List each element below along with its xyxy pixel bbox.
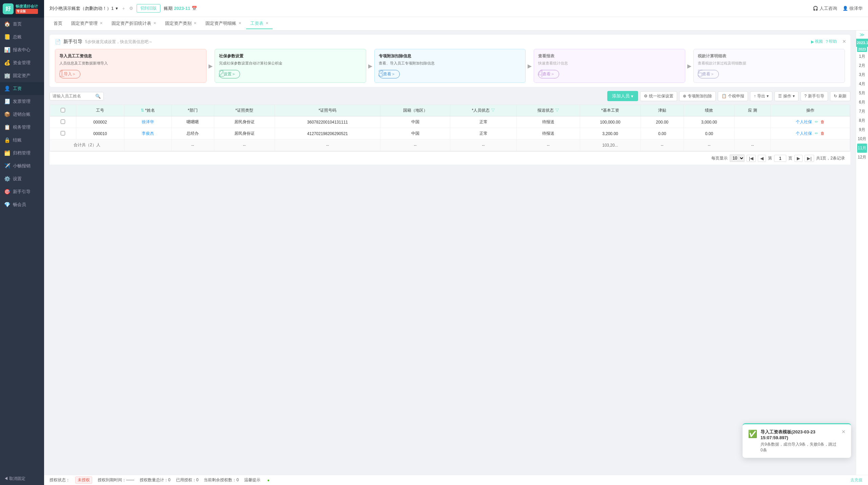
topbar-settings-icon[interactable]: ⚙ — [129, 6, 133, 11]
sidebar-label-payroll: 工资 — [13, 86, 22, 92]
step-num-1: 1 — [59, 67, 65, 80]
special-deduction-button[interactable]: ⊕ 专项附加扣除 — [679, 91, 716, 101]
first-page-button[interactable]: |◀ — [747, 155, 756, 162]
sidebar-item-invoices[interactable]: 🧾 发票管理 — [0, 95, 44, 108]
recharge-link[interactable]: 去充值 — [850, 477, 863, 483]
calendar-month-7[interactable]: 7月 — [857, 107, 867, 116]
help-icon: ? — [826, 39, 828, 44]
tab-depreciation[interactable]: 固定资产折旧统计表✕ — [107, 18, 160, 29]
emp-name-link-1[interactable]: 李俊杰 — [142, 131, 154, 136]
tab-category[interactable]: 固定资产类别✕ — [161, 18, 201, 29]
sidebar-item-archive[interactable]: 🗂️ 归档管理 — [0, 147, 44, 160]
sidebar-item-reports[interactable]: 📊 报表中心 — [0, 43, 44, 56]
sidebar-item-closing[interactable]: 🔒 结账 — [0, 134, 44, 147]
export-button[interactable]: ↑ 导出 ▾ — [750, 91, 772, 101]
tab-home[interactable]: 首页 — [50, 18, 66, 29]
social-insurance-button[interactable]: ⚙ 统一社保设置 — [640, 91, 677, 101]
next-page-button[interactable]: ▶ — [794, 155, 803, 162]
sidebar-item-home[interactable]: 🏠 首页 — [0, 18, 44, 31]
action-delete-0[interactable]: 🗑 — [821, 119, 825, 124]
wizard-title: 📄 新手引导 5步快速完成设置，快去完善信息吧～ — [55, 39, 845, 45]
period-label: 账期 — [164, 5, 173, 12]
sidebar-item-payroll[interactable]: 👤 工资 — [0, 82, 44, 95]
topbar-add-icon[interactable]: ＋ — [121, 5, 126, 12]
sidebar-item-wizard[interactable]: 🎯 新手引导 — [0, 185, 44, 198]
toolbar-right: 添加人员 ▾ ⚙ 统一社保设置 ⊕ 专项附加扣除 📋 个税申报 — [607, 91, 850, 101]
toast-close-button[interactable]: ✕ — [842, 429, 846, 434]
sidebar-item-assets[interactable]: 🏢 固定资产 — [0, 69, 44, 82]
sidebar-item-member[interactable]: 💎 畅会员 — [0, 198, 44, 211]
tab-label-depreciation: 固定资产折旧统计表 — [112, 20, 151, 26]
filter-icon[interactable]: ▽ — [555, 108, 559, 113]
video-help[interactable]: ▶ 视频 — [811, 39, 823, 44]
calendar-month-12[interactable]: 12月 — [857, 153, 867, 162]
warning-label: 温馨提示 — [244, 477, 260, 483]
calendar-month-9[interactable]: 9月 — [857, 125, 867, 134]
page-size-select[interactable]: 10 20 50 — [730, 154, 745, 162]
search-input[interactable] — [53, 94, 94, 98]
col-header-name: ⇅ *姓名 — [124, 105, 171, 116]
current-page-input[interactable]: 1 — [774, 155, 786, 162]
calendar-month-11[interactable]: 11月 — [857, 144, 867, 153]
filter-icon[interactable]: ▽ — [491, 108, 495, 113]
footer-cell-id_num: -- — [275, 139, 380, 151]
tab-label-detail: 固定资产明细账 — [205, 20, 236, 26]
ai-consult-btn[interactable]: 🎧 人工咨询 — [813, 5, 837, 12]
row-checkbox-1[interactable] — [61, 131, 65, 135]
action-edit-1[interactable]: ✏ — [815, 131, 818, 136]
sidebar-item-expense[interactable]: ✈️ 小畅报销 — [0, 160, 44, 172]
search-box[interactable]: 🔍 — [50, 92, 104, 100]
period-selector[interactable]: 账期 2023-11 📅 — [164, 5, 197, 12]
tab-close-detail[interactable]: ✕ — [238, 21, 241, 25]
sort-icon[interactable]: ⇅ — [141, 108, 144, 113]
calendar-icon: 📅 — [192, 6, 197, 11]
switch-version-button[interactable]: 切到旧版 — [137, 4, 160, 13]
wizard-button[interactable]: ? 新手引导 — [801, 91, 828, 101]
wizard-subtitle: 5步快速完成设置，快去完善信息吧～ — [85, 39, 153, 45]
tab-payroll[interactable]: 工资表✕ — [246, 18, 273, 29]
sidebar-item-settings[interactable]: ⚙️ 设置 — [0, 172, 44, 185]
tab-detail[interactable]: 固定资产明细账✕ — [201, 18, 245, 29]
add-person-button[interactable]: 添加人员 ▾ — [607, 91, 638, 101]
sidebar-item-inventory[interactable]: 📦 进销台账 — [0, 108, 44, 121]
footer-cell-dept: -- — [171, 139, 214, 151]
action-social-0[interactable]: 个人社保 — [796, 119, 812, 124]
wizard-close-button[interactable]: ✕ — [842, 39, 846, 44]
action-delete-1[interactable]: 🗑 — [821, 131, 825, 136]
select-all-checkbox[interactable] — [61, 108, 65, 112]
action-social-1[interactable]: 个人社保 — [796, 131, 812, 136]
row-checkbox-0[interactable] — [61, 119, 65, 124]
calendar-month-6[interactable]: 6月 — [857, 98, 867, 107]
text-help[interactable]: ? 帮助 — [826, 39, 837, 44]
tab-close-category[interactable]: ✕ — [194, 21, 197, 25]
calendar-month-3[interactable]: 3月 — [857, 70, 867, 79]
calendar-header[interactable]: 2023.11 — [856, 39, 868, 47]
calendar-month-5[interactable]: 5月 — [857, 89, 867, 98]
calendar-month-1[interactable]: 1月 — [857, 52, 867, 61]
sidebar-item-ledger[interactable]: 📒 总账 — [0, 31, 44, 43]
user-profile[interactable]: 👤 徐泽华 — [843, 5, 863, 12]
sidebar-item-tax[interactable]: 📋 税务管理 — [0, 121, 44, 134]
sidebar-item-funds[interactable]: 💰 资金管理 — [0, 56, 44, 69]
calendar-month-4[interactable]: 4月 — [857, 79, 867, 89]
calendar-expand[interactable]: ≫ — [856, 31, 868, 39]
operate-button[interactable]: ☰ 操作 ▾ — [774, 91, 798, 101]
tab-assets[interactable]: 固定资产管理✕ — [67, 18, 107, 29]
calendar-month-8[interactable]: 8月 — [857, 116, 867, 125]
account-selector[interactable]: 刘小艳演示账套（勿删勿动！）1 ▾ — [50, 5, 118, 12]
sidebar-label-funds: 资金管理 — [13, 60, 31, 66]
refresh-button[interactable]: ↻ 刷新 — [830, 91, 850, 101]
auth-label: 授权状态： — [50, 477, 70, 483]
prev-page-button[interactable]: ◀ — [758, 155, 766, 162]
calendar-month-10[interactable]: 10月 — [857, 134, 867, 144]
tab-close-payroll[interactable]: ✕ — [265, 21, 269, 25]
logo-name: 畅捷通好会计 — [16, 4, 38, 8]
tab-close-depreciation[interactable]: ✕ — [153, 21, 156, 25]
emp-name-link-0[interactable]: 徐泽华 — [142, 119, 154, 124]
sidebar-footer[interactable]: ◀ 取消固定 — [0, 472, 44, 485]
last-page-button[interactable]: ▶| — [805, 155, 814, 162]
tax-report-button[interactable]: 📋 个税申报 — [718, 91, 748, 101]
action-edit-0[interactable]: ✏ — [815, 119, 818, 124]
calendar-month-2[interactable]: 2月 — [857, 61, 867, 70]
tab-close-assets[interactable]: ✕ — [100, 21, 103, 25]
